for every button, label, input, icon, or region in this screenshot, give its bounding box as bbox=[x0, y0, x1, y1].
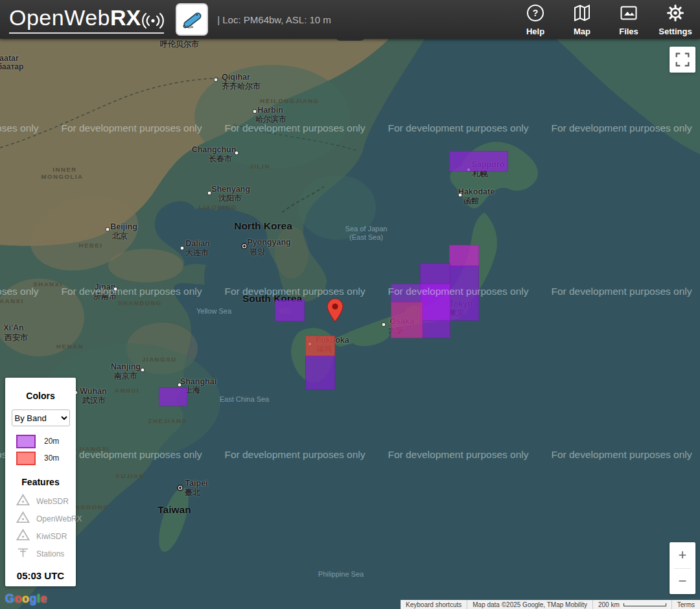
band-report-rect[interactable] bbox=[275, 300, 305, 321]
logo-text-bold: RX bbox=[110, 5, 141, 30]
receiver-location-marker[interactable] bbox=[327, 298, 344, 323]
google-logo[interactable]: Google bbox=[5, 592, 47, 606]
city-dot-icon bbox=[214, 78, 218, 82]
map-label-city-sub: 臺北 bbox=[185, 487, 200, 498]
nav-item-label: Files bbox=[619, 27, 638, 36]
band-legend-row: 30m bbox=[5, 450, 76, 466]
google-logo-letter: e bbox=[41, 592, 48, 605]
city-dot-icon bbox=[180, 246, 185, 251]
settings-icon bbox=[666, 3, 685, 25]
feature-label: WebSDR bbox=[36, 497, 69, 506]
band-report-rect[interactable] bbox=[449, 151, 508, 172]
map-label-city: Xi'An bbox=[3, 323, 23, 332]
band-report-rect[interactable] bbox=[391, 284, 421, 303]
feature-toggle-kiwisdr[interactable]: KiwiSDR bbox=[5, 527, 76, 545]
nav-item-help[interactable]: ?Help bbox=[519, 3, 552, 36]
feature-label: KiwiSDR bbox=[36, 532, 67, 541]
fullscreen-icon bbox=[674, 51, 691, 68]
map-label-country: Taiwan bbox=[158, 504, 191, 516]
map-label-province: SHANXI bbox=[33, 281, 63, 288]
map-label-province: HEILONGJIANG bbox=[260, 97, 320, 104]
map-label-city-sub: 南京市 bbox=[114, 371, 137, 382]
zoom-in-button[interactable]: + bbox=[670, 542, 695, 568]
nav-item-map[interactable]: Map bbox=[565, 3, 599, 36]
openwebrx-logo: OpenWeb RX bbox=[9, 5, 164, 34]
city-dot-icon bbox=[106, 227, 110, 232]
receiver-avatar-button[interactable] bbox=[176, 3, 208, 36]
city-dot-icon bbox=[207, 191, 212, 196]
nav-item-settings[interactable]: Settings bbox=[659, 3, 692, 36]
color-mode-select[interactable]: By Band bbox=[12, 409, 70, 426]
band-report-rect[interactable] bbox=[391, 302, 423, 338]
map-canvas[interactable]: 呼伦贝尔市aatarбаатарQiqihar齐齐哈尔市HEILONGJIANG… bbox=[0, 39, 700, 609]
header-bar: OpenWeb RX | Loc: PM64bw, ASL: 10 m ?Hel… bbox=[0, 0, 700, 39]
utc-clock: 05:03 UTC bbox=[17, 570, 64, 581]
map-label-country: North Korea bbox=[234, 220, 292, 232]
band-report-rect[interactable] bbox=[305, 336, 335, 357]
city-dot-icon bbox=[141, 368, 145, 373]
map-label-province: MONGOLIA bbox=[41, 173, 83, 180]
feature-toggle-websdr[interactable]: WebSDR bbox=[5, 492, 76, 510]
map-label-province: JILIN bbox=[250, 163, 270, 170]
city-dot-icon bbox=[235, 151, 239, 155]
band-report-rect[interactable] bbox=[305, 356, 335, 390]
band-report-rect[interactable] bbox=[159, 387, 187, 406]
map-label-city-sub: 평양 bbox=[250, 246, 265, 257]
map-label-province: HENAN bbox=[56, 343, 84, 350]
map-label-city-sub: 哈尔滨市 bbox=[255, 114, 286, 125]
band-legend-row: 20m bbox=[5, 433, 76, 450]
keyboard-shortcuts-link[interactable]: Keyboard shortcuts bbox=[401, 600, 467, 609]
google-logo-letter: G bbox=[5, 592, 15, 605]
scale-control: 200 km bbox=[592, 600, 671, 609]
terms-link[interactable]: Terms bbox=[671, 600, 700, 609]
map-label-sea: (East Sea) bbox=[349, 233, 383, 241]
triangle-dot-icon bbox=[16, 494, 30, 509]
map-label-sea: Sea of Japan bbox=[345, 225, 388, 233]
logo-text-light: OpenWeb bbox=[9, 5, 110, 30]
locator-text: | Loc: PM64bw, ASL: 10 m bbox=[217, 14, 331, 25]
google-logo-letter: o bbox=[22, 592, 30, 605]
map-label-sea: East China Sea bbox=[220, 395, 269, 403]
city-dot-icon bbox=[113, 287, 118, 292]
pocket-knife-icon bbox=[180, 7, 204, 32]
map-label-sea: Yellow Sea bbox=[196, 307, 231, 315]
capital-dot-icon bbox=[177, 485, 183, 491]
features-title: Features bbox=[21, 477, 59, 487]
files-icon bbox=[619, 3, 638, 25]
map-label-city-sub: 济南市 bbox=[93, 291, 117, 302]
nav-item-files[interactable]: Files bbox=[612, 3, 646, 36]
band-color-swatch bbox=[16, 452, 36, 465]
map-label-province: HEBEI bbox=[78, 242, 102, 249]
map-label-city-sub: 武汉市 bbox=[82, 395, 106, 406]
map-label-province: JIANGSU bbox=[142, 356, 176, 363]
map-label-city-sub: баатар bbox=[0, 62, 23, 71]
help-icon: ? bbox=[526, 3, 545, 25]
city-dot-icon bbox=[178, 383, 182, 387]
map-label-province: ANHUI bbox=[115, 387, 139, 394]
nav-item-label: Map bbox=[574, 27, 590, 36]
fullscreen-button[interactable] bbox=[670, 47, 695, 73]
map-label-province: JIANGXI bbox=[78, 445, 110, 452]
map-label-province: LIAONING bbox=[198, 203, 237, 211]
zoom-out-button[interactable]: − bbox=[670, 569, 695, 595]
map-label-city-sub: 呼伦贝尔市 bbox=[160, 39, 199, 50]
map-label-province: INNER bbox=[52, 166, 77, 173]
band-report-rect[interactable] bbox=[420, 284, 450, 321]
map-label-province: NGDONG bbox=[75, 503, 109, 511]
feature-toggle-stations[interactable]: Stations bbox=[5, 545, 76, 562]
triangle-dot-icon bbox=[16, 511, 30, 526]
feature-toggle-openwebrx[interactable]: OpenWebRX bbox=[5, 510, 76, 527]
band-label: 30m bbox=[44, 454, 59, 463]
google-logo-letter: g bbox=[30, 592, 38, 605]
band-report-rect[interactable] bbox=[449, 266, 479, 321]
map-label-city-sub: 沈阳市 bbox=[218, 193, 242, 204]
feature-toggle-list: WebSDROpenWebRXKiwiSDRStations bbox=[5, 492, 76, 562]
map-terrain bbox=[0, 39, 700, 609]
band-label: 20m bbox=[44, 437, 59, 446]
nav-item-label: Help bbox=[526, 27, 544, 36]
band-report-rect[interactable] bbox=[449, 245, 479, 267]
svg-text:?: ? bbox=[533, 8, 539, 18]
city-dot-icon bbox=[253, 109, 257, 114]
map-icon bbox=[572, 3, 592, 25]
map-attribution-bar: Keyboard shortcuts Map data ©2025 Google… bbox=[401, 600, 700, 609]
